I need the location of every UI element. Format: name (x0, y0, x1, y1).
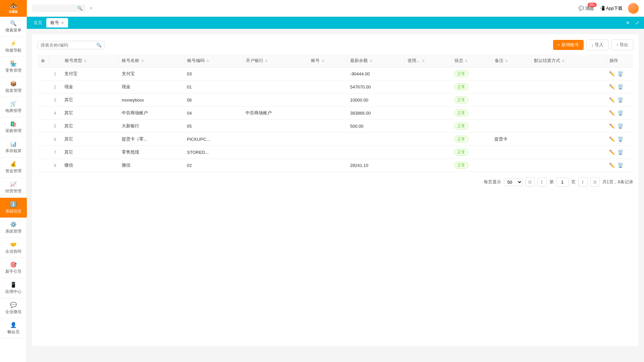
table-row: 8 微信 微信 02 28241.10 正常 ✏️ 🗑️ (38, 159, 633, 172)
operations-icon: 📈 (2, 181, 25, 187)
row-name: 支付宝 (119, 67, 184, 80)
delete-icon[interactable]: 🗑️ (618, 71, 623, 76)
row-type: 微信 (62, 159, 119, 172)
sidebar-item-wholesale[interactable]: 📦 批发管理 (0, 77, 27, 97)
sidebar-item-guide[interactable]: 🎯 新手引导 (0, 258, 27, 278)
prev-page-btn[interactable]: ⟨ (537, 177, 547, 187)
system-icon: ⚙️ (2, 221, 25, 228)
sidebar-item-quick-nav[interactable]: ⚡ 快捷导航 (0, 37, 27, 57)
tab-close-icon[interactable]: ✕ (61, 21, 64, 25)
app-center-icon: 📱 (2, 282, 25, 288)
next-page-btn[interactable]: ⟩ (578, 177, 588, 187)
export-button[interactable]: ↑ 导出 (611, 40, 633, 50)
row-num: 7 (48, 146, 62, 159)
col-usage[interactable]: 使用... ⇅ (405, 54, 452, 67)
row-usage (405, 146, 452, 159)
row-status: 正常 (451, 133, 492, 146)
sidebar-item-operations[interactable]: 📈 经营管理 (0, 178, 27, 198)
row-type: 其它 (62, 94, 119, 107)
row-remark (492, 80, 531, 94)
sidebar-item-inventory[interactable]: 📊 库存核算 (0, 137, 27, 158)
row-code: STORED... (184, 146, 243, 159)
search-box[interactable]: 🔍 (38, 41, 105, 49)
sidebar-item-finance[interactable]: 💰 资金管理 (0, 158, 27, 178)
delete-icon[interactable]: 🗑️ (618, 97, 623, 103)
col-status[interactable]: 状态 ⇅ (451, 54, 492, 67)
edit-icon[interactable]: ✏️ (609, 149, 615, 155)
sidebar-item-label: 经营管理 (2, 188, 25, 194)
col-code[interactable]: 账号编码 ⇅ (184, 54, 243, 67)
user-avatar[interactable] (628, 3, 639, 14)
page-number-input[interactable] (556, 177, 569, 187)
sidebar-item-system[interactable]: ⚙️ 系统管理 (0, 218, 27, 238)
row-status: 正常 (451, 80, 492, 94)
sidebar-item-basic[interactable]: ℹ️ 基础信息 (0, 198, 27, 218)
row-remark (492, 159, 531, 172)
row-default-settle (531, 67, 606, 80)
delete-icon[interactable]: 🗑️ (618, 123, 623, 129)
col-remark[interactable]: 备注 ⇅ (492, 54, 531, 67)
row-actions: ✏️ 🗑️ (606, 120, 633, 133)
row-bank (243, 80, 308, 94)
search-menu-icon: 🔍 (2, 20, 25, 26)
table-row: 6 其它 提货卡（零... PICKUPC... 正常 提货卡 ✏️ 🗑️ (38, 133, 633, 146)
sidebar-item-label: 电商管理 (2, 108, 25, 114)
row-status: 正常 (451, 107, 492, 120)
tab-accounts[interactable]: 账号 ✕ (46, 18, 68, 27)
edit-icon[interactable]: ✏️ (609, 163, 615, 168)
row-status: 正常 (451, 120, 492, 133)
search-input[interactable] (41, 43, 94, 48)
col-name[interactable]: 账号名称 ⇅ (119, 54, 184, 67)
message-button[interactable]: 💬 消息 99+ (579, 5, 594, 11)
tab-home[interactable]: 首页 (30, 18, 46, 27)
edit-icon[interactable]: ✏️ (609, 71, 615, 76)
delete-icon[interactable]: 🗑️ (618, 149, 623, 155)
first-page-btn[interactable]: ⟨⟨ (525, 177, 535, 187)
col-account[interactable]: 账号 ⇅ (308, 54, 347, 67)
add-account-button[interactable]: + 新增账号 (553, 40, 584, 50)
sidebar-item-wechat[interactable]: 💬 企业微信 (0, 298, 27, 318)
sidebar-item-member[interactable]: 👤 畅会员 (0, 318, 27, 339)
sidebar-item-retail[interactable]: 🏪 零售管理 (0, 57, 27, 77)
sidebar-item-agreement[interactable]: 🤝 企业协同 (0, 238, 27, 258)
col-balance[interactable]: 最新余额 ⇅ (347, 54, 405, 67)
topbar-search[interactable]: 🔍 (32, 4, 86, 12)
row-remark (492, 107, 531, 120)
tabbar-expand-btn[interactable]: ⤢ (633, 19, 641, 26)
app-download-button[interactable]: 📲 App下载 (599, 5, 623, 11)
sidebar-item-search-menu[interactable]: 🔍 搜索菜单 (0, 17, 27, 37)
last-page-btn[interactable]: ⟩⟩ (590, 177, 600, 187)
import-button[interactable]: ↓ 导入 (586, 40, 608, 50)
col-default-settle[interactable]: 默认结算方式 ⇅ (531, 54, 606, 67)
row-balance: -90444.00 (347, 67, 405, 80)
delete-icon[interactable]: 🗑️ (618, 110, 623, 116)
row-actions: ✏️ 🗑️ (606, 94, 633, 107)
page-size-select[interactable]: 50 100 (504, 178, 523, 186)
delete-icon[interactable]: 🗑️ (618, 84, 623, 89)
row-gear (38, 133, 48, 146)
edit-icon[interactable]: ✏️ (609, 136, 615, 142)
row-remark: 提货卡 (492, 133, 531, 146)
row-type: 现金 (62, 80, 119, 94)
tabbar-actions: ✕ ⤢ (624, 19, 641, 26)
edit-icon[interactable]: ✏️ (609, 123, 615, 129)
topbar-search-input[interactable] (35, 6, 75, 11)
tabbar-close-btn[interactable]: ✕ (624, 19, 632, 26)
sidebar-item-ecommerce[interactable]: 🛒 电商管理 (0, 97, 27, 117)
edit-icon[interactable]: ✏️ (609, 84, 615, 89)
row-code: 03 (184, 67, 243, 80)
toolbar-buttons: + 新增账号 ↓ 导入 ↑ 导出 (553, 40, 633, 50)
sidebar-item-purchase[interactable]: 🛍️ 采购管理 (0, 117, 27, 137)
edit-icon[interactable]: ✏️ (609, 110, 615, 116)
col-bank[interactable]: 开户银行 ⇅ (243, 54, 308, 67)
sidebar-item-label: 库存核算 (2, 148, 25, 154)
row-code: 01 (184, 80, 243, 94)
col-type[interactable]: 账号类型 ⇅ (62, 54, 119, 67)
edit-icon[interactable]: ✏️ (609, 97, 615, 103)
col-gear[interactable]: ⚙ (38, 54, 48, 67)
delete-icon[interactable]: 🗑️ (618, 163, 623, 168)
guide-icon: 🎯 (2, 261, 25, 268)
delete-icon[interactable]: 🗑️ (618, 136, 623, 142)
page-size-label: 每页显示 (484, 179, 501, 185)
sidebar-item-app-center[interactable]: 📱 应用中心 (0, 278, 27, 298)
